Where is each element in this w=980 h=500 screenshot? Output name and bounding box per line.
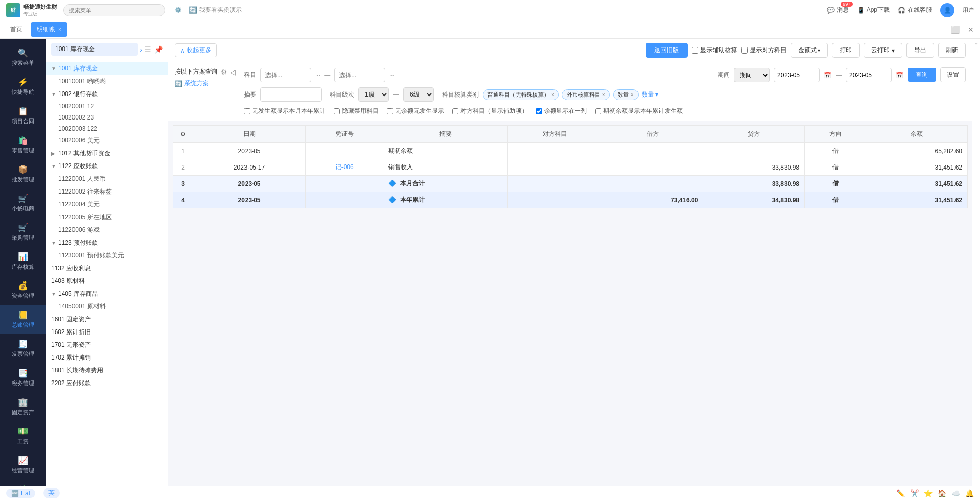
account-item-1123[interactable]: ▼ 1123 预付账款	[46, 236, 168, 249]
tree-nav-arrow[interactable]: ›	[138, 43, 144, 56]
sidebar-item-tax[interactable]: 📑 税务管理	[0, 363, 46, 392]
level-to-select[interactable]: 6级	[403, 87, 434, 102]
subject-from-input[interactable]	[260, 68, 311, 82]
checkbox-contra-input[interactable]	[452, 108, 458, 114]
account-item-14050001[interactable]: 14050001 原材料	[46, 300, 168, 313]
sidebar-item-management[interactable]: 📈 经营管理	[0, 450, 46, 480]
account-item-1001[interactable]: ▼ 1001 库存现金	[46, 62, 168, 75]
checkbox-balance-col[interactable]: 余额显示在一列	[536, 107, 587, 115]
account-item-1122[interactable]: ▼ 1122 应收账款	[46, 160, 168, 173]
sidebar-item-funds[interactable]: 💰 资金管理	[0, 276, 46, 305]
account-item-1403[interactable]: 1403 原材料	[46, 275, 168, 288]
tag-close-0[interactable]: ×	[551, 92, 554, 98]
back-old-btn[interactable]: 退回旧版	[646, 43, 688, 58]
account-item-1702[interactable]: 1702 累计摊销	[46, 351, 168, 364]
summary-input[interactable]	[260, 87, 322, 102]
account-item-10020006[interactable]: 10020006 美元	[46, 134, 168, 147]
period-start-input[interactable]	[774, 68, 820, 82]
query-collapse-icon[interactable]: ◁	[230, 68, 236, 76]
account-item-10020002[interactable]: 10020002 23	[46, 112, 168, 123]
scheme-option[interactable]: 🔄 系统方案	[175, 79, 236, 88]
user-avatar[interactable]: 👤	[940, 3, 954, 17]
checkbox-hide-disabled-input[interactable]	[334, 108, 340, 114]
online-service-btn[interactable]: 🎧 在线客服	[898, 6, 932, 14]
tag-close-2[interactable]: ×	[631, 92, 634, 98]
home-icon[interactable]: 🏠	[938, 489, 946, 497]
cloud-print-btn[interactable]: 云打印 ▾	[864, 43, 902, 58]
account-item-2202[interactable]: 2202 应付账款	[46, 377, 168, 390]
calendar-start-icon[interactable]: 📅	[824, 72, 831, 79]
sidebar-item-quicknav[interactable]: ⚡ 快捷导航	[0, 72, 46, 101]
collapse-btn[interactable]: ∧ 收起更多	[175, 43, 217, 57]
print-btn[interactable]: 打印	[832, 43, 860, 58]
period-end-input[interactable]	[846, 68, 892, 82]
checkbox-hide-disabled[interactable]: 隐藏禁用科目	[334, 107, 379, 115]
lang-btn[interactable]: 英	[43, 488, 60, 498]
sidebar-item-inventory[interactable]: 📊 库存核算	[0, 247, 46, 276]
checkbox-no-balance-input[interactable]	[244, 108, 250, 114]
checkbox-contra[interactable]: 对方科目（显示辅助项）	[452, 107, 528, 115]
account-item-11220002[interactable]: 11220002 往来标签	[46, 185, 168, 198]
show-contra-checkbox[interactable]: 显示对方科目	[741, 46, 787, 55]
query-settings-icon[interactable]: ⚙	[220, 68, 227, 76]
tab-close-all-icon[interactable]: ✕	[966, 25, 976, 35]
checkbox-no-balance[interactable]: 无发生额显示本月本年累计	[244, 107, 326, 115]
message-btn[interactable]: 💬 消息 99+	[827, 6, 849, 14]
sidebar-item-salary[interactable]: 💵 工资	[0, 421, 46, 450]
account-item-11220005[interactable]: 11220005 所在地区	[46, 211, 168, 224]
account-item-1405[interactable]: ▼ 1405 库存商品	[46, 288, 168, 300]
star-icon[interactable]: ⭐	[924, 489, 933, 497]
tab-home[interactable]: 首页	[4, 22, 29, 37]
tab-fullscreen-icon[interactable]: ⬜	[949, 25, 962, 35]
sidebar-item-search[interactable]: 🔍 搜索菜单	[0, 43, 46, 72]
export-btn[interactable]: 导出	[906, 43, 934, 58]
checkbox-opening-input[interactable]	[595, 108, 601, 114]
account-item-10020003[interactable]: 10020003 122	[46, 123, 168, 134]
amount-format-btn[interactable]: 金额式 ▾	[791, 43, 828, 58]
voucher-link-2[interactable]: 记-006	[335, 163, 354, 171]
account-item-10020001[interactable]: 10020001 12	[46, 101, 168, 112]
checkbox-balance-col-input[interactable]	[536, 108, 542, 114]
calendar-end-icon[interactable]: 📅	[896, 72, 903, 79]
tag-close-1[interactable]: ×	[602, 92, 605, 98]
tree-list-icon[interactable]: ☰	[144, 45, 151, 54]
account-item-11220001[interactable]: 11220001 人民币	[46, 173, 168, 185]
account-item-1132[interactable]: 1132 应收利息	[46, 262, 168, 275]
search-input[interactable]	[63, 4, 165, 16]
account-item-1002[interactable]: ▼ 1002 银行存款	[46, 88, 168, 101]
tab-close-icon[interactable]: ×	[58, 27, 61, 32]
cut-icon[interactable]: ✂️	[910, 489, 919, 497]
account-item-10010001[interactable]: 10010001 哟哟哟	[46, 75, 168, 88]
quantity-dropdown[interactable]: 数量 ▾	[642, 90, 658, 99]
checkbox-no-zero[interactable]: 无余额无发生显示	[387, 107, 444, 115]
sidebar-item-ledger[interactable]: 📒 总账管理	[0, 305, 46, 334]
right-panel[interactable]: ›	[972, 39, 980, 500]
current-account-display[interactable]: 1001 库存现金	[51, 43, 138, 56]
account-item-1012[interactable]: ▶ 1012 其他货币资金	[46, 147, 168, 160]
sidebar-item-purchase[interactable]: 🛒 采购管理	[0, 218, 46, 247]
subject-to-input[interactable]	[334, 68, 385, 82]
account-item-1701[interactable]: 1701 无形资产	[46, 339, 168, 351]
sidebar-item-ecommerce[interactable]: 🛒 小畅电商	[0, 188, 46, 218]
app-download-btn[interactable]: 📱 App下载	[857, 6, 890, 14]
eat-btn[interactable]: 🔤 Eat	[6, 489, 35, 498]
sidebar-item-assets[interactable]: 🏢 固定资产	[0, 392, 46, 421]
settings-btn[interactable]: ⚙️	[172, 6, 185, 14]
demo-link[interactable]: 🔄 我要看实例演示	[189, 6, 242, 14]
checkbox-opening[interactable]: 期初余额显示本年累计发生额	[595, 107, 683, 115]
checkbox-no-zero-input[interactable]	[387, 108, 393, 114]
sidebar-item-project[interactable]: 📋 项目合同	[0, 101, 46, 130]
period-type-select[interactable]: 期间	[734, 68, 770, 82]
refresh-btn[interactable]: 刷新	[938, 43, 966, 58]
account-item-11220006[interactable]: 11220006 游戏	[46, 224, 168, 236]
account-item-1602[interactable]: 1602 累计折旧	[46, 326, 168, 339]
show-aux-input[interactable]	[692, 47, 698, 54]
account-item-11220004[interactable]: 11220004 美元	[46, 198, 168, 211]
show-contra-input[interactable]	[741, 47, 748, 54]
tab-detail[interactable]: 明细账 ×	[31, 22, 67, 37]
account-item-1601[interactable]: 1601 固定资产	[46, 313, 168, 326]
sidebar-item-retail[interactable]: 🛍️ 零售管理	[0, 130, 46, 159]
tree-pin-icon[interactable]: 📌	[154, 45, 163, 54]
edit-icon[interactable]: ✏️	[896, 489, 905, 497]
account-item-1801[interactable]: 1801 长期待摊费用	[46, 364, 168, 377]
